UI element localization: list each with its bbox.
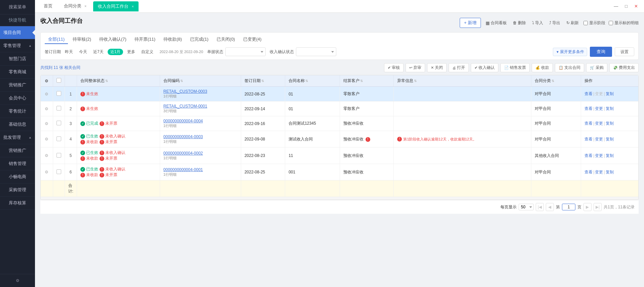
sidebar-search[interactable]: 搜索菜单 [0, 0, 35, 14]
edit-btn[interactable]: 变更 [595, 137, 603, 141]
edit-btn[interactable]: 变更 [595, 121, 603, 126]
action-btn-abandon[interactable]: ↩弃审 [406, 63, 425, 72]
row-settings-1[interactable]: ⚙ [41, 87, 53, 101]
row-checkbox-1[interactable] [53, 87, 65, 101]
action-btn-expense-contract[interactable]: 📋支出合同 [555, 63, 584, 72]
sidebar-item-inventory[interactable]: 库存核算 [0, 197, 35, 210]
copy-btn[interactable]: 复制 [606, 170, 614, 174]
tab-income-workbench[interactable]: 收入合同工作台 × [93, 1, 138, 11]
last-page-btn[interactable]: ▶| [594, 203, 602, 211]
filter-tab-changed[interactable]: 已变更(4) [240, 35, 265, 44]
sidebar-item-wholesale[interactable]: 批发管理▲ [0, 131, 35, 144]
table-row[interactable]: ⚙2!未生效RETAIL_CUSTOM-00013行明细2022-09-1401… [41, 101, 638, 116]
sidebar-quick-nav[interactable]: 快捷导航 [0, 14, 35, 26]
action-btn-close[interactable]: ✕关闭 [427, 63, 447, 72]
action-btn-print[interactable]: 🖨打开 [449, 63, 469, 72]
tab-close-contract-category[interactable]: × [83, 4, 86, 8]
filter-tab-completed[interactable]: 已完成(1) [187, 35, 212, 44]
sidebar-item-retail-mall[interactable]: 零售商城 [0, 66, 35, 79]
col-name[interactable]: 合同名称⇅ [285, 75, 340, 87]
sidebar-settings[interactable]: ⚙ [0, 274, 35, 287]
maximize-btn[interactable]: □ [623, 3, 630, 9]
view-btn[interactable]: 查看 [584, 106, 593, 111]
row-checkbox-2[interactable] [53, 101, 65, 116]
contract-board-btn[interactable]: ▦ 合同看板 [484, 19, 508, 27]
col-category[interactable]: 合同分类⇅ [531, 75, 581, 87]
filter-tab-closed[interactable]: 已关闭(0) [213, 35, 238, 44]
show-stage-toggle[interactable]: 显示阶段 [583, 20, 605, 26]
action-btn-expense-out[interactable]: 💸费用支出 [609, 63, 639, 72]
sidebar-item-retail[interactable]: 零售管理▲ [0, 39, 35, 52]
col-checkbox[interactable] [53, 75, 65, 87]
table-row[interactable]: ⚙6✓已生效!未收入确认!未收款!未开票0000000000004-00011行… [41, 164, 638, 180]
refresh-btn[interactable]: ↻ 刷新 [565, 19, 580, 27]
last7days-option[interactable]: 近7天 [91, 48, 106, 55]
prev-page-btn[interactable]: ◀ [546, 203, 554, 211]
filter-tab-pending-review[interactable]: 待审核(2) [69, 35, 94, 44]
filter-tab-all[interactable]: 全部(11) [45, 35, 68, 44]
edit-btn[interactable]: 变更 [595, 170, 603, 174]
row-settings-3[interactable]: ⚙ [41, 116, 53, 131]
doc-status-select[interactable] [225, 47, 266, 56]
delete-btn[interactable]: 🗑 删除 [512, 19, 527, 27]
filter-tab-pending-invoice[interactable]: 待开票(11) [131, 35, 159, 44]
row-settings-4[interactable]: ⚙ [41, 131, 53, 148]
page-number-input[interactable] [562, 204, 575, 210]
new-btn[interactable]: + 新增 [460, 18, 481, 28]
col-sign-date[interactable]: 签订日期⇅ [241, 75, 285, 87]
filter-tab-pending-confirm[interactable]: 待收入确认(7) [96, 35, 130, 44]
action-btn-sales-invoice[interactable]: 📄销售发票 [500, 63, 530, 72]
col-status[interactable]: 合同整体状态⇅ [77, 75, 160, 87]
copy-btn[interactable]: 复制 [606, 153, 614, 158]
view-btn[interactable]: 查看 [584, 91, 593, 96]
view-btn[interactable]: 查看 [584, 153, 593, 158]
table-row[interactable]: ⚙4✓已生效!未收入确认!未收款!未开票0000000000004-00031行… [41, 131, 638, 148]
sidebar-item-purchase[interactable]: 采购管理 [0, 183, 35, 197]
sidebar-item-smart-store[interactable]: 智慧门店 [0, 52, 35, 66]
view-btn[interactable]: 查看 [584, 170, 593, 174]
show-stage-checkbox[interactable] [583, 21, 588, 25]
col-code[interactable]: 合同编码⇅ [160, 75, 241, 87]
first-page-btn[interactable]: |◀ [536, 203, 544, 211]
row-checkbox-4[interactable] [53, 131, 65, 148]
page-size-select[interactable]: 50 10 20 100 [519, 204, 534, 210]
view-btn[interactable]: 查看 [584, 121, 593, 126]
action-btn-collection[interactable]: 💰收款 [532, 63, 553, 72]
copy-btn[interactable]: 复制 [606, 137, 614, 141]
edit-btn[interactable]: 变更 [595, 106, 603, 111]
next-page-btn[interactable]: ▶ [583, 203, 592, 211]
edit-btn[interactable]: 变更 [595, 91, 603, 96]
col-abnormal[interactable]: 异常信息⇅ [394, 75, 531, 87]
income-confirm-select[interactable] [296, 47, 336, 56]
minimize-btn[interactable]: — [612, 3, 620, 9]
query-btn[interactable]: 查询 [590, 47, 612, 57]
sidebar-item-marketing2[interactable]: 营销推广 [0, 144, 35, 157]
sidebar-item-sales[interactable]: 销售管理 [0, 157, 35, 170]
action-btn-review[interactable]: ✔审核 [384, 63, 404, 72]
copy-btn[interactable]: 复制 [606, 121, 614, 126]
col-customer[interactable]: 结算客户⇅ [340, 75, 394, 87]
row-checkbox-5[interactable] [53, 148, 65, 164]
show-detail-toggle[interactable]: 显示标的明细 [609, 20, 639, 26]
copy-btn[interactable]: 复制 [606, 91, 614, 96]
tab-close-income-workbench[interactable]: × [130, 4, 134, 8]
tab-contract-category[interactable]: 合同分类 × [59, 0, 91, 12]
sidebar-item-marketing[interactable]: 营销推广 [0, 79, 35, 92]
tab-home[interactable]: 首页 [39, 0, 57, 12]
table-row[interactable]: ⚙5✓已生效!未收入确认!未收款!未开票0000000000004-00021行… [41, 148, 638, 164]
more-option[interactable]: 更多 [125, 48, 137, 55]
last1month-option[interactable]: 近1月 [108, 49, 123, 55]
table-row[interactable]: ⚙1!未生效RETAIL_CUSTOM-00031行明细2022-08-2501… [41, 87, 638, 101]
row-checkbox-6[interactable] [53, 164, 65, 180]
edit-btn[interactable]: 变更 [595, 153, 603, 158]
filter-tab-pending-payment[interactable]: 待收款(8) [160, 35, 185, 44]
row-settings-5[interactable]: ⚙ [41, 148, 53, 164]
row-settings-6[interactable]: ⚙ [41, 164, 53, 180]
row-checkbox-3[interactable] [53, 116, 65, 131]
sidebar-item-project[interactable]: 项目合同 [0, 26, 35, 39]
close-btn[interactable]: ✕ [632, 3, 640, 9]
import-btn[interactable]: ⤵ 导入 [531, 19, 544, 27]
col-settings[interactable]: ⚙ [41, 75, 53, 87]
view-btn[interactable]: 查看 [584, 137, 593, 141]
expand-more-btn[interactable]: ▼ 展开更多条件 [553, 48, 587, 56]
